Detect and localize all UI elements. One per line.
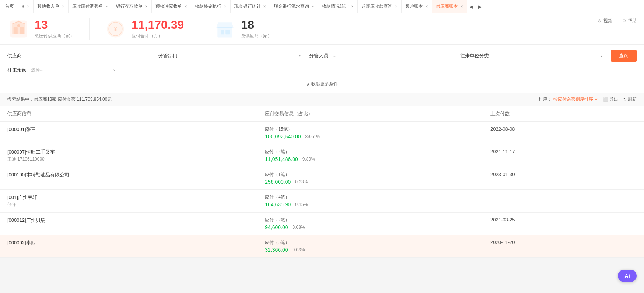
export-button[interactable]: ⬜ 导出: [603, 96, 618, 103]
nav-item-home[interactable]: 首页: [1, 0, 18, 13]
last-payment-date: 2021-11-17: [490, 149, 515, 154]
nav-close-other-income[interactable]: ✕: [62, 4, 64, 8]
supplier-sub-text: 王通 17106110000: [7, 156, 250, 162]
svg-rect-9: [225, 30, 230, 34]
help-link[interactable]: ⊙ 帮助: [622, 18, 637, 24]
tx-amount[interactable]: 11,051,486.00: [265, 156, 298, 162]
nav-item-prepay-offset[interactable]: 预收冲应收单 ✕: [152, 0, 191, 13]
supplier-link[interactable]: [000007]恒旺二手叉车: [7, 149, 55, 155]
nav-arrow-right[interactable]: ▶: [476, 4, 484, 10]
tx-type-label: 应付（5笔）: [265, 239, 476, 246]
last-payment-date: 2022-08-08: [490, 126, 515, 132]
table-row: [000001]张三应付（15笔）100,092,540.0089.61%202…: [0, 122, 644, 144]
nav-item-cash-bank-stat[interactable]: 现金银行统计 ✕: [231, 0, 270, 13]
table-row: [000002]李四应付（5笔）32,366.000.03%2020-11-20: [0, 235, 644, 258]
query-button[interactable]: 查询: [611, 50, 637, 62]
export-icon: ⬜: [603, 97, 608, 102]
payable-amount-info: 11,170.39 应付合计（万）: [132, 18, 184, 39]
last-payment-cell: 2021-11-17: [483, 144, 644, 167]
nav-close-customer-ledger[interactable]: ✕: [425, 4, 428, 8]
table-body: [000001]张三应付（15笔）100,092,540.0089.61%202…: [0, 122, 644, 258]
coin-icon: ¥: [104, 18, 126, 40]
supplier-icon: [7, 18, 29, 40]
sort-value[interactable]: 按应付余额倒序排序 ∨: [553, 97, 598, 102]
nav-close-receipt-stat[interactable]: ✕: [351, 4, 354, 8]
nav-item-tab3[interactable]: 3 ✕: [18, 0, 34, 13]
supplier-cell: [000100]本特勒油品有限公司: [0, 167, 258, 190]
table-container: 供应商信息 应付交易信息（占比） 上次付数 [000001]张三应付（15笔）1…: [0, 106, 644, 258]
col-last-payment: 上次付数: [483, 106, 644, 122]
dept-select-wrapper[interactable]: ∨: [180, 52, 304, 59]
tx-amount[interactable]: 164,635.90: [265, 201, 291, 207]
tx-percent: 0.03%: [292, 247, 305, 252]
nav-close-prepay-offset[interactable]: ✕: [184, 4, 187, 8]
tx-cell: 应付（2笔）94,600.000.08%: [258, 213, 483, 235]
supplier-link[interactable]: [000100]本特勒油品有限公司: [7, 172, 69, 177]
tx-amount[interactable]: 32,366.00: [265, 247, 288, 253]
table-row: [000012]广州贝瑞应付（2笔）94,600.000.08%2021-03-…: [0, 213, 644, 235]
nav-item-receipt-stat[interactable]: 收款情况统计 ✕: [318, 0, 358, 13]
nav-item-overdue-ar[interactable]: 超期应收款查询 ✕: [358, 0, 402, 13]
last-payment-date: 2021-03-25: [490, 217, 515, 223]
nav-label-receipt-verify: 收款核销执行: [195, 3, 221, 10]
nav-close-supplier-ledger[interactable]: ✕: [460, 4, 463, 8]
refresh-button[interactable]: ↻ 刷新: [623, 96, 637, 103]
summary-card-payable-suppliers: 13 总应付供应商（家）: [7, 18, 90, 40]
payable-amount-number: 11,170.39: [132, 18, 184, 31]
svg-rect-2: [20, 27, 24, 34]
nav-close-ar-ap-adjust[interactable]: ✕: [105, 4, 108, 8]
tx-type-label: 应付（4笔）: [265, 194, 476, 200]
svg-rect-1: [13, 27, 17, 34]
nav-close-cash-bank-stat[interactable]: ✕: [263, 4, 266, 8]
nav-close-overdue-ar[interactable]: ✕: [395, 4, 398, 8]
nav-item-receipt-verify[interactable]: 收款核销执行 ✕: [191, 0, 231, 13]
svg-point-3: [17, 24, 20, 27]
tx-type-label: 应付（2笔）: [265, 149, 476, 155]
nav-close-cash-flow-query[interactable]: ✕: [311, 4, 314, 8]
nav-label-supplier-ledger: 供应商账本: [436, 3, 458, 10]
data-table: 供应商信息 应付交易信息（占比） 上次付数 [000001]张三应付（15笔）1…: [0, 106, 644, 258]
nav-label-customer-ledger: 客户账本: [405, 3, 423, 10]
tx-type-label: 应付（1笔）: [265, 172, 476, 178]
tx-cell: 应付（15笔）100,092,540.0089.61%: [258, 122, 483, 144]
nav-close-receipt-verify[interactable]: ✕: [224, 4, 227, 8]
last-payment-date: 2020-11-20: [490, 239, 515, 245]
nav-item-cash-flow-query[interactable]: 现金银行流水查询 ✕: [270, 0, 318, 13]
supplier-link[interactable]: [000012]广州贝瑞: [7, 217, 45, 223]
nav-label-receipt-stat: 收款情况统计: [322, 3, 349, 10]
category-select-wrapper[interactable]: ∨: [491, 52, 605, 59]
tx-percent: 0.08%: [292, 225, 305, 230]
nav-label-ar-ap-adjust: 应收应付调整单: [72, 3, 103, 10]
supplier-link[interactable]: [000002]李四: [7, 240, 36, 245]
tx-amount[interactable]: 94,600.00: [265, 224, 288, 230]
video-link[interactable]: ⊙ 视频: [598, 18, 612, 24]
nav-close-tab3[interactable]: ✕: [27, 4, 29, 8]
category-label: 往来单位分类: [460, 52, 489, 59]
nav-label-home: 首页: [5, 3, 14, 10]
nav-item-supplier-ledger[interactable]: 供应商账本 ✕: [432, 0, 467, 13]
nav-item-bank-deposit[interactable]: 银行存取款单 ✕: [112, 0, 152, 13]
supplier-sub-text: 仔仔: [7, 201, 250, 208]
supplier-link[interactable]: [000001]张三: [7, 127, 36, 132]
balance-select-wrapper[interactable]: 选择... ∨: [29, 65, 118, 75]
collapse-label: 收起更多条件: [311, 81, 338, 87]
collapse-bar[interactable]: ∧ 收起更多条件: [7, 79, 637, 89]
tx-amount[interactable]: 258,000.00: [265, 179, 291, 185]
nav-item-customer-ledger[interactable]: 客户账本 ✕: [402, 0, 432, 13]
table-row: [000007]恒旺二手叉车王通 17106110000应付（2笔）11,051…: [0, 144, 644, 167]
person-input[interactable]: [330, 52, 454, 60]
tx-type-label: 应付（2笔）: [265, 217, 476, 223]
nav-label-cash-flow-query: 现金银行流水查询: [274, 3, 309, 10]
nav-item-ar-ap-adjust[interactable]: 应收应付调整单 ✕: [69, 0, 112, 13]
tx-amount[interactable]: 100,092,540.00: [265, 134, 301, 139]
nav-label-overdue-ar: 超期应收款查询: [361, 3, 392, 10]
nav-arrow-left[interactable]: ◀: [467, 4, 476, 10]
last-payment-cell: 2023-01-30: [483, 167, 644, 190]
nav-label-cash-bank-stat: 现金银行统计: [234, 3, 261, 10]
svg-rect-7: [217, 27, 232, 37]
filter-row-1: 供应商 分管部门 ∨ 分管人员 往来单位分类 ∨ 查询: [7, 50, 637, 62]
nav-item-other-income[interactable]: 其他收入单 ✕: [34, 0, 69, 13]
supplier-input[interactable]: [24, 52, 153, 60]
supplier-link[interactable]: [001]广州荣轩: [7, 194, 37, 200]
nav-close-bank-deposit[interactable]: ✕: [145, 4, 148, 8]
